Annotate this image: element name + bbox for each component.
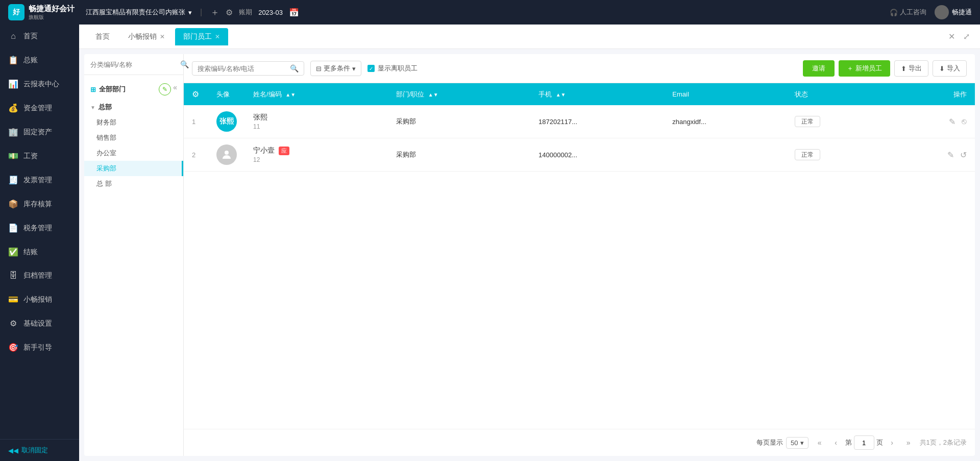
- dept-search-input[interactable]: [90, 61, 176, 68]
- first-page-button[interactable]: «: [813, 435, 827, 450]
- arrow-down-icon: ▼: [90, 105, 95, 110]
- show-resigned-toggle[interactable]: ✓ 显示离职员工: [368, 64, 418, 73]
- export-button[interactable]: ⬆ 导出: [894, 60, 928, 77]
- dept-tree-body: ⊞ 全部部门 ✎ « ▼ 总部 财务部: [84, 75, 183, 456]
- sidebar-item-assets[interactable]: 🏢 固定资产: [0, 120, 79, 144]
- sidebar-item-reports[interactable]: 📊 云报表中心: [0, 72, 79, 96]
- all-dept-button[interactable]: ⊞ 全部部门: [90, 85, 126, 94]
- search-input[interactable]: [198, 65, 287, 72]
- sidebar-item-ledger[interactable]: 📋 总账: [0, 48, 79, 72]
- grid-icon: ⊞: [90, 86, 96, 93]
- settings-icon[interactable]: ⚙: [226, 8, 233, 17]
- tab-employees-close[interactable]: ✕: [215, 33, 220, 40]
- per-page-label: 每页显示: [756, 438, 783, 447]
- user-area[interactable]: 畅捷通: [935, 5, 972, 19]
- cancel-pin-label: 取消固定: [21, 446, 48, 455]
- page-label-after: 页: [876, 438, 883, 447]
- search-icon[interactable]: 🔍: [290, 64, 299, 72]
- add-employee-button[interactable]: ＋ 新增员工: [839, 60, 890, 77]
- col-name[interactable]: 姓名/编码 ▲▼: [245, 83, 388, 105]
- logout-button-1[interactable]: ⎋: [962, 117, 967, 127]
- collapse-icon[interactable]: «: [173, 83, 177, 95]
- dept-node-root[interactable]: ▼ 总部: [84, 100, 183, 115]
- dropdown-icon: ▾: [188, 9, 192, 16]
- table-container: ⚙ 头像 姓名/编码 ▲▼ 部门/职位: [184, 83, 975, 429]
- dept-node-general[interactable]: 总 部: [84, 176, 183, 191]
- col-settings[interactable]: ⚙: [184, 83, 208, 105]
- logo-icon: 好: [8, 4, 24, 20]
- employee-list: 🔍 ⊟ 更多条件 ▾ ✓ 显示离职员工 邀请 ＋: [184, 54, 975, 456]
- dept-node-sales[interactable]: 销售部: [84, 130, 183, 145]
- calendar-icon[interactable]: 📅: [289, 8, 299, 17]
- import-button[interactable]: ⬇ 导入: [933, 60, 967, 77]
- add-company-button[interactable]: ＋: [210, 6, 219, 18]
- next-page-button[interactable]: ›: [885, 435, 899, 450]
- col-name-label: 姓名/编码: [253, 90, 282, 98]
- tab-expense[interactable]: 小畅报销 ✕: [120, 28, 173, 45]
- edit-button-2[interactable]: ✎: [947, 150, 954, 160]
- cell-avatar-2: [208, 138, 245, 172]
- sidebar-item-tax[interactable]: 📄 税务管理: [0, 216, 79, 240]
- close-window-icon[interactable]: ✕: [946, 30, 957, 43]
- sidebar-label-inventory: 库存核算: [23, 200, 52, 209]
- sidebar-item-salary[interactable]: 💵 工资: [0, 144, 79, 168]
- logo-sub: 旗舰版: [29, 14, 75, 21]
- filter-button[interactable]: ⊟ 更多条件 ▾: [310, 61, 361, 76]
- dept-node-office[interactable]: 办公室: [84, 145, 183, 161]
- sidebar-item-funds[interactable]: 💰 资金管理: [0, 96, 79, 120]
- maximize-icon[interactable]: ⤢: [961, 30, 972, 43]
- tab-home-label: 首页: [95, 32, 110, 41]
- sidebar-item-invoice[interactable]: 🧾 发票管理: [0, 168, 79, 192]
- total-info: 共1页，2条记录: [920, 438, 967, 447]
- sidebar-item-settings[interactable]: ⚙ 基础设置: [0, 311, 79, 335]
- cancel-pin-button[interactable]: ◀◀ 取消固定: [0, 439, 79, 461]
- sidebar-label-funds: 资金管理: [23, 104, 52, 113]
- add-dept-button[interactable]: ✎: [159, 83, 171, 95]
- emp-name-1: 张熙: [253, 113, 380, 122]
- dept-root-label: 总部: [99, 103, 112, 112]
- tab-expense-close[interactable]: ✕: [160, 33, 165, 40]
- emp-name-2: 宁小壹: [253, 146, 275, 155]
- invite-button[interactable]: 邀请: [803, 60, 835, 77]
- sidebar-label-home: 首页: [23, 32, 38, 41]
- per-page-select[interactable]: 50 ▾: [786, 437, 808, 449]
- sidebar-item-expense[interactable]: 💳 小畅报销: [0, 287, 79, 311]
- prev-page-button[interactable]: ‹: [829, 435, 843, 450]
- sidebar-item-closing[interactable]: ✅ 结账: [0, 240, 79, 264]
- tab-home[interactable]: 首页: [87, 28, 118, 45]
- delete-button-2[interactable]: ↺: [960, 150, 967, 160]
- sidebar-item-archive[interactable]: 🗄 归档管理: [0, 264, 79, 287]
- table-gear-icon[interactable]: ⚙: [192, 90, 199, 99]
- sidebar-item-guide[interactable]: 🎯 新手引导: [0, 335, 79, 359]
- expense-icon: 💳: [8, 295, 18, 304]
- svg-point-0: [225, 151, 229, 155]
- sidebar-item-inventory[interactable]: 📦 库存核算: [0, 192, 79, 216]
- closing-icon: ✅: [8, 247, 18, 257]
- tab-employees[interactable]: 部门员工 ✕: [175, 28, 228, 45]
- last-page-button[interactable]: »: [901, 435, 916, 450]
- cell-email-2: [664, 138, 786, 172]
- dept-node-purchase[interactable]: 采购部: [84, 161, 183, 176]
- badge-2: 应: [279, 147, 289, 155]
- support-button[interactable]: 🎧 人工咨询: [890, 8, 926, 17]
- col-actions: 操作: [888, 83, 975, 105]
- toolbar-right: 邀请 ＋ 新增员工 ⬆ 导出 ⬇ 导入: [803, 60, 967, 77]
- emp-phone-2: 140000002...: [538, 151, 577, 159]
- page-input[interactable]: [854, 435, 874, 450]
- edit-button-1[interactable]: ✎: [949, 117, 955, 127]
- col-email-label: Email: [672, 90, 689, 98]
- dept-node-finance[interactable]: 财务部: [84, 115, 183, 130]
- per-page-value: 50: [791, 439, 798, 447]
- action-icons-2: ✎ ↺: [896, 150, 967, 160]
- sort-phone-icon: ▲▼: [556, 92, 566, 98]
- ledger-icon: 📋: [8, 55, 18, 65]
- avatar-1: 张熙: [216, 111, 237, 132]
- company-selector[interactable]: 江西服宝精品有限责任公司内账张 ▾: [86, 8, 192, 17]
- emp-dept-1: 采购部: [396, 117, 416, 125]
- sidebar-item-home[interactable]: ⌂ 首页: [0, 25, 79, 48]
- sidebar-label-ledger: 总账: [23, 56, 38, 65]
- sidebar-label-guide: 新手引导: [23, 343, 52, 352]
- col-phone-label: 手机: [538, 90, 552, 98]
- col-dept[interactable]: 部门/职位 ▲▼: [388, 83, 531, 105]
- col-phone[interactable]: 手机 ▲▼: [530, 83, 664, 105]
